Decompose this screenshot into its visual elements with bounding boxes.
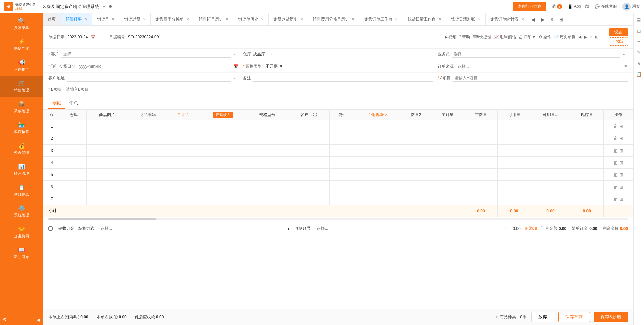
copy-btn-4[interactable]: ⊞ <box>619 160 623 165</box>
staff-more-btn[interactable]: ··· <box>622 52 628 57</box>
sidebar-item-marketing[interactable]: 📢 营销推广 <box>0 55 43 76</box>
td-product-4[interactable] <box>168 157 199 169</box>
tab-workbench-close[interactable]: ✕ <box>395 17 398 21</box>
td-main-unit-5[interactable] <box>431 169 464 181</box>
tab-sales-return[interactable]: 销货退货 ✕ <box>119 13 151 26</box>
td-qty2-2[interactable] <box>401 132 431 145</box>
td-available-7[interactable] <box>497 193 531 205</box>
tab-expense-history[interactable]: 销售费用分摊单历史 ✕ <box>308 13 359 26</box>
delete-btn-7[interactable]: 🗑 <box>613 196 618 202</box>
layout-btn2[interactable]: ⊞ <box>595 35 598 39</box>
layout-btn1[interactable]: ≡ <box>590 35 592 39</box>
td-spec-5[interactable] <box>247 169 288 181</box>
td-qty2-4[interactable] <box>401 157 431 169</box>
delete-btn-3[interactable]: 🗑 <box>613 148 618 153</box>
tab-workbench[interactable]: 销售订单工作台 ✕ <box>359 13 403 26</box>
td-main-qty-1[interactable] <box>464 120 497 132</box>
tab-reconcile-close[interactable]: ✕ <box>478 17 481 21</box>
settings-icon[interactable]: ⚙ <box>109 4 112 9</box>
td-available-6[interactable] <box>497 181 531 193</box>
tab-stats-close[interactable]: ✕ <box>521 17 524 21</box>
td-current-1[interactable] <box>570 120 604 132</box>
td-available2-1[interactable] <box>531 120 570 132</box>
tab-return-history[interactable]: 销货退货历史 ✕ <box>269 13 308 26</box>
right-panel-icon-1[interactable]: ☰ <box>635 16 643 24</box>
td-available-2[interactable] <box>497 132 531 145</box>
staff-input[interactable] <box>452 51 620 58</box>
account-input[interactable] <box>315 225 499 232</box>
delete-btn-5[interactable]: 🗑 <box>613 172 618 177</box>
td-customer-code-4[interactable] <box>288 157 330 169</box>
td-attr-4[interactable] <box>330 157 355 169</box>
td-main-unit-2[interactable] <box>431 132 464 145</box>
tab-sales-invoice[interactable]: 销货单 ✕ <box>92 13 119 26</box>
td-current-4[interactable] <box>570 157 604 169</box>
order-source-arrow[interactable]: ▼ <box>624 64 628 69</box>
td-image-2[interactable] <box>86 132 127 145</box>
copy-btn-3[interactable]: ⊞ <box>619 148 623 153</box>
td-available2-6[interactable] <box>531 181 570 193</box>
td-qty2-6[interactable] <box>401 181 431 193</box>
td-code-5[interactable] <box>127 169 168 181</box>
tab-home[interactable]: 首页 <box>43 13 61 26</box>
tab-stats[interactable]: 销售订单统计表 ✕ <box>486 13 529 26</box>
operate-btn[interactable]: ⚙ 操作 <box>539 34 551 40</box>
td-main-qty-6[interactable] <box>464 181 497 193</box>
pay-method-arrow[interactable]: ▼ <box>287 226 291 231</box>
setting-btn[interactable]: 设置 <box>609 28 628 36</box>
td-attr-6[interactable] <box>330 181 355 193</box>
sidebar-item-finance[interactable]: 💰 资金管理 <box>0 138 43 159</box>
td-product-3[interactable] <box>168 145 199 157</box>
add-collect-btn[interactable]: ⊕ 添加 <box>525 226 537 231</box>
tab-sales-order-history-close[interactable]: ✕ <box>226 17 228 21</box>
td-unit-3[interactable] <box>355 145 401 157</box>
td-unit-2[interactable] <box>355 132 401 145</box>
td-code-7[interactable] <box>127 193 168 205</box>
td-spec-1[interactable] <box>247 120 288 132</box>
scan-btn[interactable]: 扫码录入 <box>213 112 233 118</box>
td-unit-6[interactable] <box>355 181 401 193</box>
td-main-qty-7[interactable] <box>464 193 497 205</box>
sidebar-item-operations[interactable]: 📊 经营管理 <box>0 159 43 180</box>
tab-daily-workbench[interactable]: 钱货日清工作台 ✕ <box>403 13 446 26</box>
delete-btn-2[interactable]: 🗑 <box>613 136 618 141</box>
tab-summary[interactable]: 汇总 <box>65 98 82 109</box>
td-main-unit-1[interactable] <box>431 120 464 132</box>
td-spec-4[interactable] <box>247 157 288 169</box>
delivery-date-input[interactable] <box>77 63 232 70</box>
td-customer-code-5[interactable] <box>288 169 330 181</box>
industry-btn[interactable]: 体验行业方案 <box>513 2 546 11</box>
sidebar-item-guide[interactable]: 📖 新手引导 <box>0 243 43 263</box>
td-product-1[interactable] <box>168 120 199 132</box>
sidebar-item-inventory[interactable]: 🏪 库存核算 <box>0 118 43 138</box>
td-warehouse-7[interactable] <box>61 193 86 205</box>
tab-more-btn[interactable]: ⊞ <box>557 13 566 26</box>
profit-btn[interactable]: 📈 毛利预估 <box>494 34 516 40</box>
td-customer-code-6[interactable] <box>288 181 330 193</box>
tab-invoice-history[interactable]: 销货单历史 ✕ <box>233 13 269 26</box>
td-available-4[interactable] <box>497 157 531 169</box>
invoice-type-select[interactable]: 不开票 ▼ <box>264 62 297 70</box>
view-btn[interactable]: ▶ 视频 <box>445 34 456 40</box>
help-btn[interactable]: ? 帮助 <box>459 34 470 40</box>
tab-invoice-history-close[interactable]: ✕ <box>261 17 264 21</box>
sidebar-item-search[interactable]: 🔍 搜索菜单 <box>0 13 43 34</box>
address-input[interactable] <box>67 75 231 82</box>
discard-btn[interactable]: 放弃 <box>531 312 554 322</box>
sidebar-item-coop[interactable]: 🤝 企业协同 <box>0 222 43 243</box>
save-draft-btn[interactable]: 保存草稿 <box>558 312 590 322</box>
sidebar-item-purchase[interactable]: 📦 采购管理 <box>0 97 43 118</box>
td-main-qty-4[interactable] <box>464 157 497 169</box>
td-product-5[interactable] <box>168 169 199 181</box>
tab-sales-order-history[interactable]: 销售订单历史 ✕ <box>194 13 233 26</box>
history-btn[interactable]: 📄 历史单据 <box>554 34 576 40</box>
td-unit-5[interactable] <box>355 169 401 181</box>
td-main-unit-3[interactable] <box>431 145 464 157</box>
online-service-btn[interactable]: 💬 在线客服 <box>595 4 617 9</box>
tab-sales-order-close[interactable]: ✕ <box>84 17 87 21</box>
td-image-4[interactable] <box>86 157 127 169</box>
copy-btn-7[interactable]: ⊞ <box>619 196 623 202</box>
sidebar-item-quick[interactable]: ⚡ 快捷导航 <box>0 34 43 55</box>
customer-input[interactable] <box>61 51 231 58</box>
order-source-input[interactable] <box>456 63 622 70</box>
